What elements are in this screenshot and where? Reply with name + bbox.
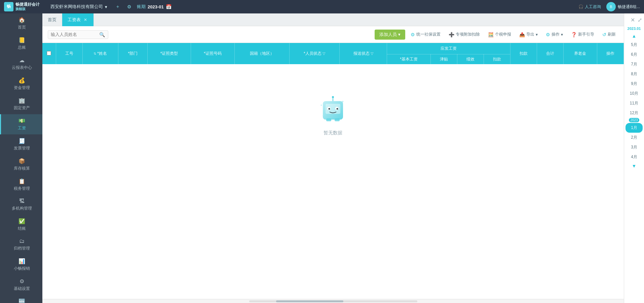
close-panel-icon[interactable]: ✕ [630, 16, 636, 24]
sidebar-item-expense[interactable]: 📊 小畅报销 [0, 255, 42, 275]
sidebar-label-multi-org: 多机构管理 [12, 206, 32, 211]
col-id-no: *证照号码 [191, 43, 234, 64]
sidebar-item-archive[interactable]: 🗂 归档管理 [0, 235, 42, 255]
month-7[interactable]: 7月 [624, 59, 644, 69]
add-person-label: 添加人员 [379, 32, 397, 38]
month-1-active[interactable]: 1月 [626, 123, 643, 133]
special-deduction-icon: ➕ [449, 32, 454, 37]
svg-text:✦: ✦ [341, 100, 344, 103]
table-container: 工号 ⇅ *姓名 *部门 *证照类型 *证照号码 [42, 43, 624, 299]
month-3[interactable]: 3月 [624, 142, 644, 152]
special-deduction-btn[interactable]: ➕ 专项附加扣除 [446, 30, 483, 39]
empty-row: ✦ ✦ ✦ 暂无数据 [42, 64, 624, 163]
sidebar-label-settings: 基础设置 [14, 286, 30, 292]
month-2[interactable]: 2月 [624, 133, 644, 142]
add-company-btn[interactable]: ＋ [113, 2, 122, 11]
sidebar-item-ledger[interactable]: 📒 总账 [0, 34, 42, 54]
tab-payroll[interactable]: 工资表 ✕ [62, 13, 94, 26]
month-4[interactable]: 4月 [624, 152, 644, 162]
support-icon: 🎧 [578, 4, 583, 9]
month-6[interactable]: 6月 [624, 50, 644, 59]
sidebar-label-ledger: 总账 [18, 45, 26, 50]
tab-bar: 首页 工资表 ✕ [42, 13, 624, 26]
ledger-icon: 📒 [18, 37, 25, 43]
year-badge: 2023 [629, 118, 639, 122]
sidebar-item-funds[interactable]: 💰 资金管理 [0, 74, 42, 94]
month-8[interactable]: 8月 [624, 69, 644, 79]
month-12[interactable]: 12月 [624, 108, 644, 118]
tab-home[interactable]: 首页 [42, 13, 62, 26]
table-scrollbar[interactable] [42, 299, 624, 303]
col-total: 合计 [537, 43, 563, 64]
search-wrap[interactable]: 🔍 [48, 30, 108, 39]
sidebar-item-reports[interactable]: ☁ 云报表中心 [0, 54, 42, 74]
company-name: 西安虾米网络科技有限公司 [50, 4, 103, 10]
settings-sidebar-icon: ⚙ [20, 278, 24, 285]
maximize-panel-icon[interactable]: ⤢ [637, 16, 643, 24]
calendar-icon[interactable]: 📅 [166, 4, 172, 9]
sidebar-label-archive: 归档管理 [14, 246, 30, 251]
company-selector[interactable]: 西安虾米网络科技有限公司 ▾ [48, 2, 110, 11]
sidebar-item-assets[interactable]: 🏢 固定资产 [0, 94, 42, 114]
operations-btn[interactable]: ⚙ 操作 ▾ [543, 30, 566, 39]
table-body: ✦ ✦ ✦ 暂无数据 [42, 64, 624, 163]
special-deduction-label: 专项附加扣除 [456, 32, 480, 37]
status-filter-icon[interactable]: ▽ [323, 51, 325, 55]
logo-char: 畅 [7, 4, 11, 9]
col-base-salary: *基本工资 [387, 54, 430, 64]
tax-report-btn[interactable]: 🧮 个税申报 [485, 30, 514, 39]
guide-icon: 🆕 [18, 298, 25, 303]
sidebar-item-inventory[interactable]: 📦 库存核算 [0, 155, 42, 175]
svg-point-7 [332, 96, 334, 98]
sort-name-icon[interactable]: ⇅ [93, 52, 97, 55]
search-input[interactable] [51, 32, 98, 37]
app-edition: 旗舰版 [15, 7, 40, 11]
sidebar-label-expense: 小畅报销 [14, 266, 30, 271]
add-person-button[interactable]: 添加人员 ▾ [375, 30, 405, 40]
sidebar-label-inventory: 库存核算 [14, 166, 30, 171]
svg-rect-8 [326, 119, 331, 121]
support-label: 人工咨询 [585, 4, 601, 10]
sidebar-item-closing[interactable]: ✅ 结账 [0, 215, 42, 235]
settings-icon[interactable]: ⚙ [125, 2, 134, 11]
logo-area: 畅 畅捷通好会计 旗舰版 [4, 2, 44, 11]
col-report-status: 报送状态 ▽ [340, 43, 387, 64]
tab-payroll-label: 工资表 [68, 17, 81, 23]
month-11[interactable]: 11月 [624, 98, 644, 108]
svg-point-5 [337, 108, 338, 110]
report-filter-icon[interactable]: ▽ [371, 51, 373, 55]
add-person-dropdown-icon: ▾ [398, 32, 401, 37]
home-icon: 🏠 [18, 17, 25, 23]
month-9[interactable]: 9月 [624, 79, 644, 89]
guide-icon: ❓ [571, 32, 577, 37]
user-area[interactable]: B 畅捷通B组... [606, 2, 640, 11]
col-id-type: *证照类型 [147, 43, 191, 64]
month-10[interactable]: 10月 [624, 89, 644, 98]
col-name: ⇅ *姓名 [82, 43, 118, 64]
scrollbar-thumb[interactable] [276, 300, 343, 302]
export-btn[interactable]: 📤 导出 ▾ [517, 30, 540, 39]
sidebar-item-payroll[interactable]: 💵 工资 [0, 114, 42, 134]
sidebar-item-settings[interactable]: ⚙ 基础设置 [0, 275, 42, 295]
date-panel-up-arrow[interactable]: ▲ [632, 32, 637, 40]
svg-text:✦: ✦ [322, 115, 324, 117]
sidebar-item-multi-org[interactable]: 🏗 多机构管理 [0, 195, 42, 215]
sidebar-item-invoice[interactable]: 🧾 发票管理 [0, 134, 42, 155]
sidebar-item-guide[interactable]: 🆕 新手引导 [0, 295, 42, 303]
date-panel-down-arrow[interactable]: ▼ [632, 162, 637, 170]
select-all-checkbox[interactable] [47, 51, 51, 55]
support-button[interactable]: 🎧 人工咨询 [578, 4, 601, 10]
month-5[interactable]: 5月 [624, 40, 644, 50]
social-insurance-btn[interactable]: ⚙ 统一社保设置 [408, 30, 443, 39]
guide-btn[interactable]: ❓ 新手引导 [568, 30, 597, 39]
tab-close-icon[interactable]: ✕ [83, 17, 88, 23]
sidebar-item-tax[interactable]: 📋 税务管理 [0, 175, 42, 195]
tax-report-icon: 🧮 [488, 32, 494, 37]
refresh-btn[interactable]: ↺ 刷新 [600, 30, 618, 39]
empty-icon: ✦ ✦ ✦ [316, 91, 350, 125]
col-checkbox[interactable] [42, 43, 56, 64]
user-name: 畅捷通B组... [618, 4, 640, 10]
company-dropdown-icon: ▾ [105, 4, 107, 9]
sidebar-item-home[interactable]: 🏠 首页 [0, 13, 42, 34]
sidebar-label-reports: 云报表中心 [12, 65, 32, 71]
